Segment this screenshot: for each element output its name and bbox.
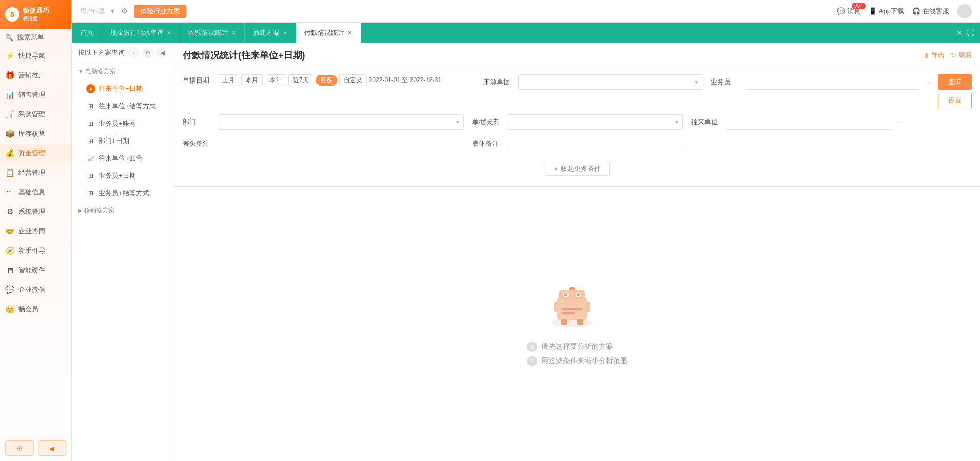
plan-settings-button[interactable]: ⚙ xyxy=(142,47,153,58)
date-btn-this-month[interactable]: 本月 xyxy=(241,74,263,86)
collapse-more-button[interactable]: ∧ 收起更多条件 xyxy=(545,162,610,176)
message-action[interactable]: 💬 消息 99+ xyxy=(837,7,860,16)
tab-new-plan[interactable]: 新建方案 ✕ xyxy=(245,23,296,43)
message-icon: 💬 xyxy=(837,7,845,15)
member-icon: 👑 xyxy=(5,305,14,314)
export-icon: ⬆ xyxy=(924,52,929,59)
plan-item-partner-date[interactable]: ● 往来单位+日期 xyxy=(72,80,174,97)
maximize-window-button[interactable]: ⛶ xyxy=(967,29,974,37)
search-menu[interactable]: 🔍 搜索菜单 xyxy=(0,29,71,46)
tab-payments-close[interactable]: ✕ xyxy=(347,30,352,36)
sales-icon: 📊 xyxy=(5,90,14,99)
sidebar-item-system[interactable]: ⚙ 系统管理 xyxy=(0,202,71,222)
sidebar-item-label: 经营管理 xyxy=(18,168,45,177)
settings-bottom-button[interactable]: ⚙ xyxy=(5,440,34,456)
tab-bank-close[interactable]: ✕ xyxy=(167,30,171,36)
plan-item-dept-date[interactable]: ⊞ 部门+日期 xyxy=(72,132,174,150)
filter-row-3: 表头备注 表体备注 xyxy=(183,136,972,151)
sidebar-item-sales[interactable]: 📊 销售管理 xyxy=(0,85,71,105)
sidebar-item-hardware[interactable]: 🖥 智能硬件 xyxy=(0,260,71,280)
plan-active-icon: ● xyxy=(86,84,95,93)
sidebar-item-label: 智能硬件 xyxy=(18,266,45,275)
plan-item-label: 往来单位+结算方式 xyxy=(99,102,156,111)
empty-state-tips: 1 请先选择要分析的方案 2 用过滤条件来缩小分析范围 xyxy=(527,342,628,366)
sidebar-item-label: 企业协同 xyxy=(18,227,45,236)
empty-tip-2-text: 用过滤条件来缩小分析范围 xyxy=(541,356,628,366)
date-filter: 单据日期 上月 本月 本年 近7天 更多 自定义 2022-01-01 至 20… xyxy=(183,74,475,86)
sidebar-item-enterprise[interactable]: 🤝 企业协同 xyxy=(0,222,71,241)
topbar-dropdown[interactable]: ▾ xyxy=(111,7,114,15)
tab-bank[interactable]: 现金银行流水查询 ✕ xyxy=(102,23,180,43)
partner-input[interactable] xyxy=(726,114,892,130)
plan-item-partner-account[interactable]: 📈 往来单位+账号 xyxy=(72,150,174,167)
staff-input[interactable] xyxy=(746,74,920,90)
partner-label: 往来单位 xyxy=(691,117,722,127)
export-button[interactable]: ⬆ 导出 xyxy=(924,51,945,60)
page-header-actions: ⬆ 导出 ↻ 刷新 xyxy=(924,51,972,60)
empty-state: 1 请先选择要分析的方案 2 用过滤条件来缩小分析范围 xyxy=(174,187,980,461)
date-btn-last-month[interactable]: 上月 xyxy=(218,74,239,86)
user-avatar[interactable] xyxy=(957,4,972,18)
sidebar-item-member[interactable]: 👑 畅会员 xyxy=(0,299,71,319)
sidebar-item-marketing[interactable]: 🎁 营销推广 xyxy=(0,66,71,85)
tab-bar: 首页 现金银行流水查询 ✕ 收款情况统计 ✕ 新建方案 ✕ 付款情况统计 ✕ ✕… xyxy=(72,23,980,43)
search-icon: 🔍 xyxy=(5,34,13,42)
sidebar-item-purchase[interactable]: 🛒 采购管理 xyxy=(0,105,71,124)
plan-item-staff-date[interactable]: ⊞ 业务员+日期 xyxy=(72,167,174,185)
date-btn-custom[interactable]: 自定义 xyxy=(339,74,367,86)
close-window-button[interactable]: ✕ xyxy=(956,29,963,37)
sidebar-item-label: 资金管理 xyxy=(18,149,45,158)
collapse-sidebar-button[interactable]: ◀ xyxy=(38,440,67,456)
sidebar-item-operation[interactable]: 📋 经营管理 xyxy=(0,163,71,183)
query-button[interactable]: 查询 xyxy=(938,74,972,90)
tab-home[interactable]: 首页 xyxy=(72,23,102,43)
note-header-input[interactable] xyxy=(218,136,464,151)
sidebar-item-wechat[interactable]: 💬 企业微信 xyxy=(0,280,71,299)
partner-filter: 往来单位 ··· xyxy=(691,114,902,130)
tab-new-plan-close[interactable]: ✕ xyxy=(283,30,287,36)
trial-button[interactable]: 体验行业方案 xyxy=(134,5,186,18)
sidebar-item-inventory[interactable]: 📦 库存核算 xyxy=(0,124,71,144)
operation-icon: 📋 xyxy=(5,168,14,177)
sidebar-item-basicinfo[interactable]: 🗃 基础信息 xyxy=(0,183,71,202)
plan-item-staff-settlement[interactable]: ⊞ 业务员+结算方式 xyxy=(72,185,174,202)
sidebar-item-shortcut[interactable]: ⚡ 快捷导航 xyxy=(0,46,71,66)
sidebar-item-finance[interactable]: 💰 资金管理 xyxy=(0,144,71,163)
date-btn-more[interactable]: 更多 xyxy=(316,75,337,86)
collapse-btn-label: 收起更多条件 xyxy=(561,164,601,173)
topbar-brand: 用户信息 xyxy=(80,7,105,15)
topbar: 用户信息 ▾ ⚙ 体验行业方案 💬 消息 99+ 📱 App下载 🎧 在线客服 xyxy=(72,0,980,23)
mobile-plans-arrow: ▶ xyxy=(78,208,82,213)
note-header-filter: 表头备注 xyxy=(183,136,464,151)
date-btn-this-year[interactable]: 本年 xyxy=(265,74,286,86)
desktop-plans-title[interactable]: ▼ 电脑端方案 xyxy=(72,63,174,80)
tab-receipts-close[interactable]: ✕ xyxy=(231,30,236,36)
topbar-settings-icon[interactable]: ⚙ xyxy=(121,6,128,16)
mobile-plans-title[interactable]: ▶ 移动端方案 xyxy=(72,202,174,219)
sidebar-item-label: 销售管理 xyxy=(18,90,45,99)
staff-dots[interactable]: ··· xyxy=(924,78,930,86)
sidebar-item-guide[interactable]: 🧭 新手引导 xyxy=(0,241,71,260)
date-btn-7days[interactable]: 近7天 xyxy=(288,74,313,86)
dept-select[interactable]: ▾ xyxy=(218,114,464,130)
add-plan-button[interactable]: ＋ xyxy=(128,47,139,58)
partner-dots[interactable]: ··· xyxy=(896,118,902,126)
empty-state-image xyxy=(546,282,608,333)
tab-payments[interactable]: 付款情况统计 ✕ xyxy=(296,23,361,43)
plan-item-staff-account[interactable]: ⊞ 业务员+账号 xyxy=(72,115,174,132)
source-select[interactable]: ▾ xyxy=(518,74,702,90)
status-select[interactable]: ▾ xyxy=(507,114,683,130)
sidebar-bottom: ⚙ ◀ xyxy=(0,435,71,461)
refresh-button[interactable]: ↻ 刷新 xyxy=(951,51,972,60)
note-body-input[interactable] xyxy=(507,136,683,151)
date-range-display: 2022-01-01 至 2022-12-31 xyxy=(369,76,441,85)
collapse-panel-button[interactable]: ◀ xyxy=(156,47,168,58)
hardware-icon: 🖥 xyxy=(5,266,14,275)
filter-area: 单据日期 上月 本月 本年 近7天 更多 自定义 2022-01-01 至 20… xyxy=(174,68,980,187)
filter-settings-button[interactable]: 设置 xyxy=(938,93,972,108)
plan-item-label: 部门+日期 xyxy=(99,136,129,146)
customer-service-action[interactable]: 🎧 在线客服 xyxy=(912,7,949,16)
tab-receipts[interactable]: 收款情况统计 ✕ xyxy=(180,23,245,43)
plan-item-partner-settlement[interactable]: ⊞ 往来单位+结算方式 xyxy=(72,97,174,115)
app-download-action[interactable]: 📱 App下载 xyxy=(869,7,904,16)
